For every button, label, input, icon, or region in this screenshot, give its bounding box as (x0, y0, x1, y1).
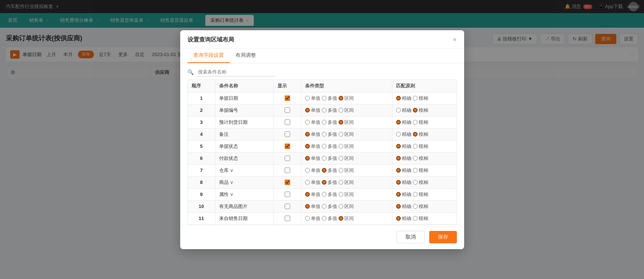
modal-table: 顺序 条件名称 显示 条件类型 匹配原则 1 单据日期 (187, 79, 457, 85)
modal-overlay: 设置查询区域布局 × 查询字段设置 布局调整 🔍 顺序 条件名称 显示 条件类型 (0, 0, 644, 85)
th-name: 条件名称 (215, 79, 273, 85)
modal-search-input[interactable] (195, 68, 275, 76)
modal-tabs: 查询字段设置 布局调整 (180, 48, 464, 63)
search-icon: 🔍 (187, 69, 194, 75)
modal-search-bar: 🔍 (180, 63, 464, 79)
th-display: 显示 (273, 79, 301, 85)
modal-title: 设置查询区域布局 (187, 36, 234, 44)
modal-close-button[interactable]: × (453, 36, 457, 44)
modal-table-wrap: 顺序 条件名称 显示 条件类型 匹配原则 1 单据日期 (180, 79, 464, 85)
th-type: 条件类型 (301, 79, 392, 85)
th-match: 匹配原则 (392, 79, 457, 85)
modal: 设置查询区域布局 × 查询字段设置 布局调整 🔍 顺序 条件名称 显示 条件类型 (180, 30, 464, 85)
tab-query-fields[interactable]: 查询字段设置 (187, 48, 230, 63)
tab-layout[interactable]: 布局调整 (230, 48, 262, 63)
modal-header: 设置查询区域布局 × (180, 30, 464, 48)
th-order: 顺序 (187, 79, 215, 85)
